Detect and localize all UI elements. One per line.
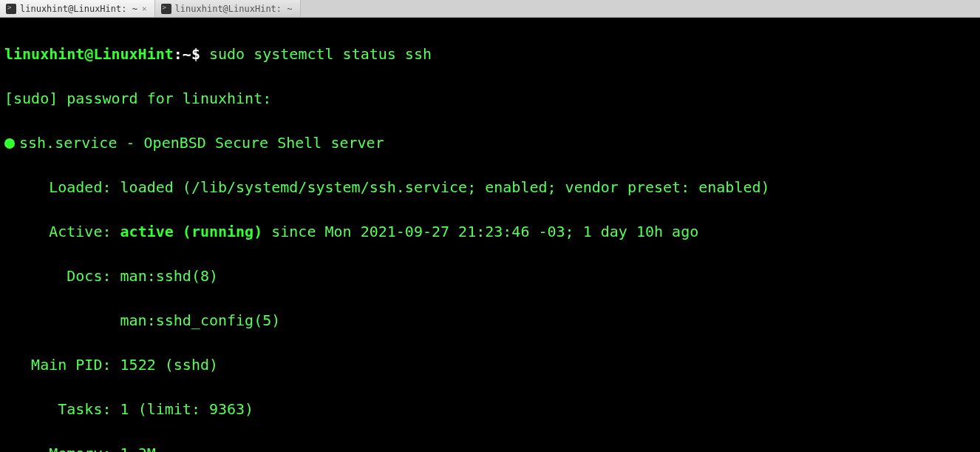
status-bullet-icon [4, 138, 15, 149]
terminal-icon [161, 4, 171, 14]
memory-label: Memory: [4, 445, 120, 452]
service-line: ssh.service - OpenBSD Secure Shell serve… [4, 132, 976, 154]
loaded-line: Loaded: loaded (/lib/systemd/system/ssh.… [4, 176, 976, 198]
docs-line-2: man:sshd_config(5) [4, 309, 976, 331]
prompt-sep: : [174, 45, 183, 63]
tasks-label: Tasks: [4, 400, 120, 418]
memory-value: 1.3M [120, 445, 156, 452]
command-text: sudo systemctl status ssh [209, 45, 432, 63]
prompt-userhost: linuxhint@LinuxHint [4, 45, 174, 63]
tab-1-label: linuxhint@LinuxHint: ~ [20, 4, 137, 14]
loaded-value: loaded (/lib/systemd/system/ssh.service;… [120, 178, 770, 196]
terminal-output[interactable]: linuxhint@LinuxHint:~$ sudo systemctl st… [0, 18, 980, 452]
active-rest: since Mon 2021-09-27 21:23:46 -03; 1 day… [262, 223, 698, 240]
tasks-line: Tasks: 1 (limit: 9363) [4, 398, 976, 420]
mainpid-value: 1522 (sshd) [120, 356, 218, 374]
memory-line: Memory: 1.3M [4, 442, 976, 452]
active-label: Active: [4, 223, 120, 240]
loaded-label: Loaded: [4, 178, 120, 196]
docs-line-1: Docs: man:sshd(8) [4, 265, 976, 287]
tab-1[interactable]: linuxhint@LinuxHint: ~ ✕ [0, 0, 155, 17]
active-line: Active: active (running) since Mon 2021-… [4, 220, 976, 243]
service-text: ssh.service - OpenBSD Secure Shell serve… [19, 134, 384, 152]
terminal-icon [6, 4, 16, 14]
active-status: active (running) [120, 223, 263, 240]
tab-2-label: linuxhint@LinuxHint: ~ [175, 4, 293, 14]
tab-bar: linuxhint@LinuxHint: ~ ✕ linuxhint@Linux… [0, 0, 980, 18]
space [200, 45, 209, 63]
close-tab-icon[interactable]: ✕ [142, 4, 147, 13]
tasks-value: 1 (limit: 9363) [120, 400, 254, 418]
prompt-sigil: $ [191, 45, 200, 63]
line-prompt-1: linuxhint@LinuxHint:~$ sudo systemctl st… [4, 43, 976, 65]
docs-value-1: man:sshd(8) [120, 267, 218, 285]
docs-label: Docs: [4, 267, 120, 285]
prompt-path: ~ [183, 45, 191, 63]
mainpid-label: Main PID: [4, 356, 120, 374]
mainpid-line: Main PID: 1522 (sshd) [4, 354, 976, 376]
sudo-password-line: [sudo] password for linuxhint: [4, 87, 976, 109]
tab-2[interactable]: linuxhint@LinuxHint: ~ [155, 0, 301, 17]
